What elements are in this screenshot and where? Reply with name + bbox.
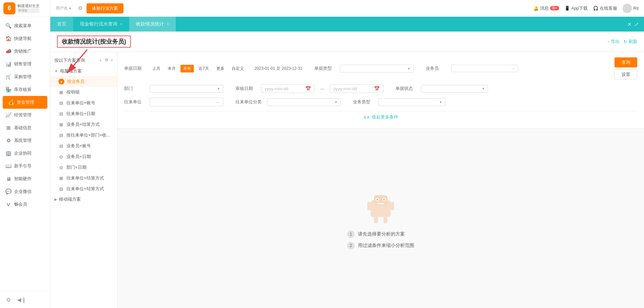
- sidebar-item-guide[interactable]: 📖 新手引导: [0, 160, 50, 172]
- online-service-btn[interactable]: 🎧 在线客服: [593, 5, 617, 11]
- review-cal-from[interactable]: 📅: [305, 86, 311, 91]
- sidebar-item-inventory[interactable]: 🏪 库存核算: [0, 83, 50, 96]
- step-num-1: 1: [347, 230, 355, 238]
- tab-collection-close[interactable]: ×: [167, 22, 169, 27]
- schema-item-unit-dept[interactable]: ⊟ 按往来单位+部门+收...: [50, 130, 117, 141]
- schema-item-unit-dept-label: 按往来单位+部门+收...: [66, 132, 110, 138]
- business-type-select[interactable]: ▾: [378, 98, 445, 106]
- schema-group-mobile-title[interactable]: ▶ 移动端方案: [50, 194, 117, 204]
- tab-bank[interactable]: 现金银行流水查询 ×: [73, 17, 129, 32]
- wechat-icon: 💬: [5, 189, 11, 195]
- salesperson-select[interactable]: ···: [451, 65, 518, 72]
- dept-select[interactable]: ▾: [150, 85, 223, 93]
- messages-btn[interactable]: 🔔 消息 99+: [533, 5, 559, 11]
- unit-category-select[interactable]: ▾: [267, 98, 341, 106]
- group-desktop-label: 电脑端方案: [60, 68, 82, 74]
- sidebar-item-guide-label: 新手引导: [14, 163, 32, 169]
- svg-rect-12: [383, 217, 387, 223]
- date-btn-custom[interactable]: 自定义: [229, 65, 247, 72]
- collapse-panel-btn[interactable]: «: [111, 57, 113, 63]
- tab-collection[interactable]: 收款情况统计 ×: [129, 17, 176, 32]
- setting-button[interactable]: 设置: [614, 69, 637, 80]
- schema-group-desktop-title[interactable]: ▼ 电脑端方案: [50, 66, 117, 76]
- date-btn-this-year[interactable]: 本年: [180, 65, 194, 72]
- schema-item-unit-settle2[interactable]: ⊟ 往来单位+结算方式: [50, 184, 117, 194]
- sidebar-item-quicknav[interactable]: 🏠 快捷导航: [0, 32, 50, 45]
- finance-icon: 💰: [8, 99, 14, 105]
- date-btn-7days[interactable]: 近7天: [196, 65, 212, 72]
- unit-category-arrow: ▾: [335, 100, 337, 104]
- doc-status-arrow: ▾: [482, 87, 484, 91]
- doc-type-select[interactable]: ▾: [340, 65, 414, 72]
- schema-settings-btn[interactable]: ⚙: [105, 57, 109, 63]
- review-from-placeholder: yyyy-mm-dd: [265, 86, 288, 91]
- sidebar-item-system[interactable]: ⚙ 系统管理: [0, 134, 50, 147]
- schema-group-desktop: ▼ 电脑端方案 ● 按业务员 ⊞ 按明细 ⊟ 往来单位+账号 ⊟ 往来单位+: [50, 66, 117, 194]
- schema-item-by-detail[interactable]: ⊞ 按明细: [50, 87, 117, 98]
- sidebar-item-inventory-label: 库存核算: [14, 87, 32, 93]
- topbar-gear-btn[interactable]: ⚙: [78, 5, 83, 11]
- maximize-btn[interactable]: ⤢: [634, 21, 639, 28]
- unit-more-btn[interactable]: ···: [216, 99, 220, 105]
- service-icon: 🎧: [593, 6, 598, 11]
- schema-item-unit-settle2-label: 往来单位+结算方式: [66, 186, 104, 192]
- app-logo: 6 畅捷通好生意 标准版: [0, 0, 50, 17]
- user-info[interactable]: Rit: [623, 4, 639, 13]
- date-btn-this-month[interactable]: 本月: [165, 65, 178, 72]
- schema-item-unit-settle1[interactable]: ⊞ 往来单位+结算方式: [50, 173, 117, 184]
- svg-rect-9: [367, 202, 371, 210]
- sidebar-item-wechat[interactable]: 💬 企业微信: [0, 185, 50, 198]
- schema-item-unit-account[interactable]: ⊟ 往来单位+账号: [50, 98, 117, 108]
- collapse-sidebar-btn[interactable]: ◀ ‖: [16, 295, 26, 305]
- add-schema-btn[interactable]: ＋: [98, 57, 103, 63]
- export-btn[interactable]: ↑ 导出: [607, 39, 620, 45]
- sidebar-item-marketing[interactable]: 📣 营销推广: [0, 45, 50, 58]
- app-download-btn[interactable]: 📱 App下载: [565, 5, 588, 11]
- unit-select[interactable]: ···: [150, 98, 223, 106]
- sidebar-item-hardware[interactable]: 🖥 智能硬件: [0, 172, 50, 185]
- page-title: 收款情况统计(按业务员): [57, 36, 131, 48]
- schema-item-unit-date[interactable]: ⊟ 往来单位+日期: [50, 108, 117, 119]
- query-button[interactable]: 查询: [614, 57, 637, 67]
- settings-bottom-btn[interactable]: ⚙: [3, 295, 13, 305]
- date-btn-last-month[interactable]: 上月: [150, 65, 163, 72]
- breadcrumb-arrow[interactable]: ▾: [69, 6, 71, 11]
- sidebar-nav: 🔍 搜索菜单 🏠 快捷导航 📣 营销推广 📊 销售管理 🛒 采购管理 🏪 库存核…: [0, 17, 50, 291]
- sidebar-item-basic[interactable]: ⊞ 基础信息: [0, 121, 50, 134]
- tab-home[interactable]: 首页: [50, 17, 73, 32]
- refresh-btn[interactable]: ↻ 刷新: [624, 39, 637, 45]
- sidebar-item-search[interactable]: 🔍 搜索菜单: [0, 19, 50, 32]
- schema-item-dept-date[interactable]: ⊙ 部门+日期: [50, 162, 117, 173]
- schema-item-salesperson-date-label: 业务员+日期: [66, 154, 91, 160]
- left-panel: 按以下方案查询 ＋ ⚙ « ▼ 电脑端方案: [50, 52, 117, 308]
- sidebar-item-system-label: 系统管理: [14, 138, 32, 144]
- download-icon: 📱: [565, 6, 570, 11]
- edition-badge: 标准版: [17, 8, 40, 13]
- sidebar-item-operations[interactable]: 📈 经营管理: [0, 109, 50, 121]
- collapse-more-btn[interactable]: ∧∧ 收起更多条件: [124, 111, 637, 123]
- sidebar-item-sales-label: 销售管理: [14, 61, 32, 67]
- tab-bank-close[interactable]: ×: [120, 22, 122, 27]
- inventory-icon: 🏪: [5, 87, 11, 93]
- sidebar-item-purchase[interactable]: 🛒 采购管理: [0, 70, 50, 83]
- sidebar-item-member[interactable]: V 畅会员: [0, 198, 50, 211]
- sidebar-item-enterprise-label: 企业协同: [14, 150, 32, 156]
- salesperson-filter-label: 业务员: [426, 65, 446, 71]
- review-cal-to[interactable]: 📅: [374, 86, 380, 91]
- sidebar-item-marketing-label: 营销推广: [14, 48, 32, 54]
- schema-item-by-salesperson[interactable]: ● 按业务员: [50, 76, 117, 87]
- filter-row-1: 单据日期 上月 本月 本年 近7天 更多 自定义 2023-01-01 至 20…: [124, 57, 637, 80]
- sidebar-item-enterprise[interactable]: 🏢 企业协同: [0, 147, 50, 160]
- doc-status-select[interactable]: ▾: [421, 85, 488, 93]
- sidebar-item-finance[interactable]: 💰 资金管理: [3, 96, 47, 109]
- sidebar-item-sales[interactable]: 📊 销售管理: [0, 58, 50, 70]
- close-window-btn[interactable]: ✕: [627, 21, 632, 28]
- trial-button[interactable]: 体验行业方案: [87, 3, 123, 13]
- review-date-to[interactable]: yyyy-mm-dd 📅: [330, 84, 383, 93]
- date-btn-more[interactable]: 更多: [214, 65, 227, 72]
- schema-item-salesperson-account[interactable]: ⊟ 业务员+账号: [50, 141, 117, 151]
- logo-icon: 6: [3, 2, 15, 14]
- review-date-from[interactable]: yyyy-mm-dd 📅: [261, 84, 315, 93]
- schema-item-salesperson-settle[interactable]: ⊞ 业务员+结算方式: [50, 119, 117, 130]
- schema-item-salesperson-date[interactable]: ⊙ 业务员+日期: [50, 151, 117, 162]
